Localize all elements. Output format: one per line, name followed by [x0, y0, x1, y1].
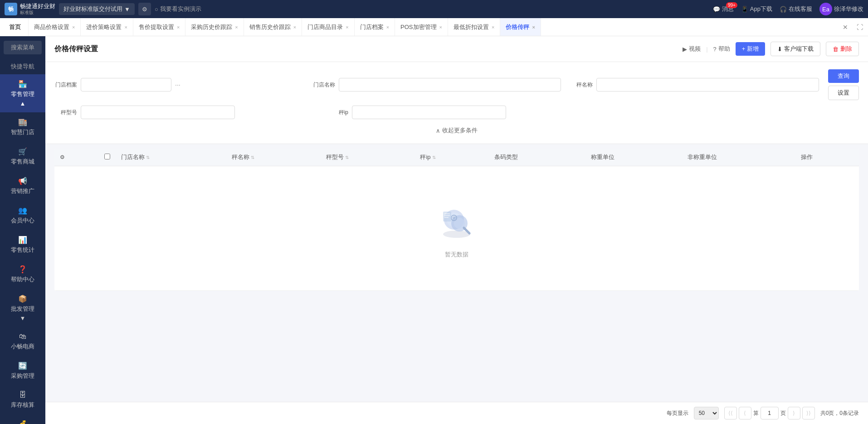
tab-close-icon[interactable]: × — [72, 24, 75, 30]
total-info: 共0页，0条记录 — [820, 410, 859, 417]
tab-sale-history[interactable]: 销售历史价跟踪 × — [244, 18, 302, 36]
content-area: 价格传秤设置 ▶ 视频 | ? 帮助 + 新增 ⬇ 客户端下载 — [45, 36, 868, 424]
search-form: 门店档案 ··· 门店名称 秤名称 查询 设置 — [45, 62, 868, 144]
message-button[interactable]: 💬 消息 99+ — [713, 5, 734, 13]
online-service-button[interactable]: 🎧 在线客服 — [780, 5, 812, 13]
tab-pos-manage[interactable]: POS加密管理 × — [395, 18, 448, 36]
sidebar-item-help-center[interactable]: ❓ 帮助中心 — [0, 260, 45, 289]
help-link[interactable]: ? 帮助 — [713, 45, 730, 53]
delete-button[interactable]: 🗑 删除 — [826, 42, 859, 56]
sidebar-item-finance[interactable]: 💰 资金管理 — [0, 414, 45, 424]
sort-icon[interactable]: ⇅ — [251, 155, 254, 160]
sort-icon[interactable]: ⇅ — [432, 155, 436, 160]
search-menu-button[interactable]: 搜索菜单 — [4, 41, 42, 54]
download-icon: ⬇ — [777, 46, 782, 53]
tab-close-icon[interactable]: × — [235, 24, 238, 30]
th-checkbox — [99, 149, 116, 166]
user-menu[interactable]: Ea 徐泽华修改 — [819, 3, 863, 15]
tab-store-archive[interactable]: 门店档案 × — [355, 18, 395, 36]
page-size-select[interactable]: 10 20 50 100 — [694, 407, 719, 419]
sidebar-item-wholesale-manage[interactable]: 📦 批发管理 ▼ — [0, 289, 45, 327]
scale-name-input[interactable] — [596, 78, 819, 92]
divider: | — [706, 46, 707, 53]
tab-sale-extract[interactable]: 售价提取设置 × — [133, 18, 185, 36]
sidebar-item-ecommerce[interactable]: 🛍 小畅电商 — [0, 327, 45, 356]
store-name-field: 门店名称 — [312, 78, 561, 92]
query-button[interactable]: 查询 — [828, 69, 859, 83]
table-header: ⚙ 门店名称 ⇅ 秤名称 — [54, 149, 859, 166]
sidebar-item-retail-mall[interactable]: 🛒 零售商城 — [0, 142, 45, 171]
sidebar-quick-nav[interactable]: 快捷导航 — [0, 59, 45, 74]
tab-min-discount[interactable]: 最低折扣设置 × — [448, 18, 500, 36]
tab-close-icon[interactable]: × — [177, 24, 180, 30]
svg-rect-9 — [443, 212, 451, 222]
page-navigation: ⟨⟨ ⟨ 算 页 ⟩ ⟩⟩ — [724, 407, 815, 419]
th-barcode-type: 条码类型 — [489, 149, 585, 166]
tab-home[interactable]: 首页 — [2, 18, 29, 36]
collapse-button[interactable]: ∧ 收起更多条件 — [430, 125, 483, 136]
page-size-label: 每页显示 — [667, 410, 688, 417]
app-title: 畅捷通好业财 标准版 — [20, 3, 55, 15]
tab-close-icon[interactable]: × — [124, 24, 127, 30]
help-center-icon: ❓ — [18, 265, 27, 274]
sidebar-item-smart-store[interactable]: 🏬 智慧门店 — [0, 112, 45, 142]
purchase-manage-icon: 🔄 — [18, 361, 27, 370]
store-name-label: 门店名称 — [312, 81, 335, 89]
store-archive-more-button[interactable]: ··· — [175, 81, 180, 88]
scale-model-label: 秤型号 — [54, 109, 77, 116]
form-row-1: 门店档案 ··· 门店名称 秤名称 查询 设置 — [54, 69, 859, 100]
next-page-button[interactable]: ⟩ — [788, 407, 800, 419]
version-selector[interactable]: 好业财标准版交付试用 ▼ — [59, 3, 135, 15]
sidebar-item-marketing[interactable]: 📢 营销推广 — [0, 171, 45, 201]
sidebar-item-purchase-manage[interactable]: 🔄 采购管理 — [0, 356, 45, 385]
member-center-icon: 👥 — [18, 206, 27, 215]
close-window-button[interactable]: ✕ — [839, 21, 852, 34]
tab-close-icon[interactable]: × — [492, 24, 494, 30]
avatar: Ea — [819, 3, 832, 15]
header-actions: ▶ 视频 | ? 帮助 + 新增 ⬇ 客户端下载 🗑 删除 — [683, 42, 859, 56]
th-settings[interactable]: ⚙ — [54, 149, 99, 166]
demo-button[interactable]: ○ 我要看实例演示 — [155, 5, 201, 13]
scale-model-input[interactable] — [81, 106, 235, 119]
sidebar-search-area: 搜索菜单 — [0, 36, 45, 59]
th-scale-model: 秤型号 ⇅ — [321, 149, 415, 166]
tab-close-icon[interactable]: × — [346, 24, 348, 30]
scale-name-field: 秤名称 — [570, 78, 819, 92]
last-page-button[interactable]: ⟩⟩ — [802, 407, 815, 419]
tab-purchase-history[interactable]: 采购历史价跟踪 × — [185, 18, 244, 36]
sidebar-item-inventory[interactable]: 🗄 库存核算 — [0, 385, 45, 414]
sidebar-item-retail-manage[interactable]: 🏪 零售管理 ▲ — [0, 74, 45, 112]
sort-icon[interactable]: ⇅ — [345, 155, 349, 160]
maximize-button[interactable]: ⛶ — [853, 21, 866, 34]
tab-bar-actions: ✕ ⛶ — [839, 21, 866, 34]
add-button[interactable]: + 新增 — [736, 42, 765, 56]
page-number-input[interactable] — [761, 407, 779, 419]
tab-close-icon[interactable]: × — [532, 24, 535, 30]
sort-icon[interactable]: ⇅ — [146, 155, 150, 160]
sidebar-item-member-center[interactable]: 👥 会员中心 — [0, 201, 45, 230]
prev-page-button[interactable]: ⟨ — [739, 407, 751, 419]
tab-price-scale[interactable]: 价格传秤 × — [500, 18, 541, 36]
store-name-input[interactable] — [339, 78, 561, 92]
app-download-button[interactable]: 📱 App下载 — [741, 5, 772, 13]
tab-purchase-strategy[interactable]: 进价策略设置 × — [81, 18, 133, 36]
th-scale-name: 秤名称 ⇅ — [226, 149, 321, 166]
video-link[interactable]: ▶ 视频 — [683, 45, 701, 53]
top-settings-button[interactable]: ⚙ — [138, 3, 151, 15]
download-button[interactable]: ⬇ 客户端下载 — [770, 42, 820, 56]
service-icon: 🎧 — [780, 6, 787, 13]
main-layout: 搜索菜单 快捷导航 🏪 零售管理 ▲ 🏬 智慧门店 🛒 零售商城 📢 营销推广 … — [0, 36, 868, 424]
select-all-checkbox[interactable] — [104, 154, 110, 159]
sidebar-item-retail-stats[interactable]: 📊 零售统计 — [0, 230, 45, 260]
tab-price-settings[interactable]: 商品价格设置 × — [29, 18, 81, 36]
store-archive-input[interactable] — [81, 78, 171, 92]
collapse-up-icon: ∧ — [436, 127, 440, 134]
tab-store-catalog[interactable]: 门店商品目录 × — [302, 18, 354, 36]
tab-close-icon[interactable]: × — [439, 24, 442, 30]
scale-ip-input[interactable] — [352, 106, 506, 119]
first-page-button[interactable]: ⟨⟨ — [724, 407, 737, 419]
tab-close-icon[interactable]: × — [386, 24, 389, 30]
wholesale-manage-icon: 📦 — [18, 294, 27, 303]
tab-close-icon[interactable]: × — [293, 24, 296, 30]
set-button[interactable]: 设置 — [828, 86, 859, 100]
